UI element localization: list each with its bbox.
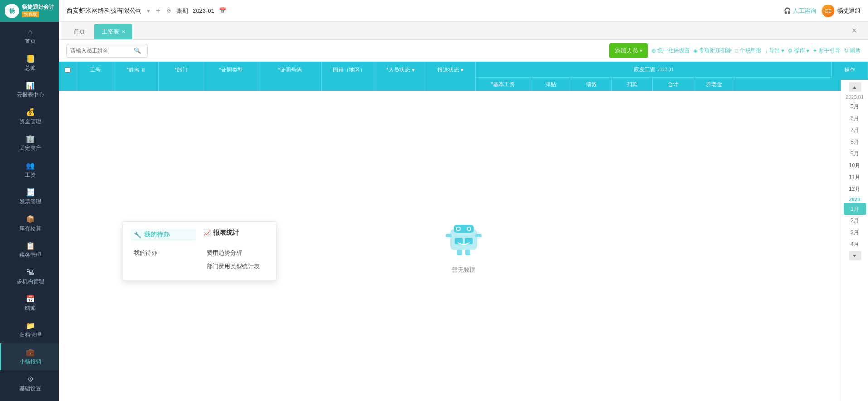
month-item-5[interactable]: 5月 bbox=[844, 101, 866, 112]
sidebar-item-xiaochang[interactable]: 💼 小畅报销 bbox=[0, 343, 59, 370]
sidebar-item-ledger[interactable]: 📒 总账 bbox=[0, 50, 59, 77]
popup-menu: 🔧 我的待办 我的待办 📈 报表统计 费用趋势分析 bbox=[122, 221, 276, 281]
table-header-row1: 工号 *姓名 ⇅ *部门 *证照类型 *证照号码 bbox=[59, 62, 868, 78]
search-box: 🔍 bbox=[66, 44, 148, 58]
th2-country bbox=[322, 78, 376, 91]
month-item-12[interactable]: 12月 bbox=[844, 183, 866, 195]
main-area: 西安虾米网络科技有限公司 ▾ ＋ ⚙ 账期 2023-01 📅 🎧 人工咨询 C… bbox=[59, 0, 868, 401]
multi-icon: 🏗 bbox=[27, 268, 34, 276]
todo-icon: 🔧 bbox=[134, 231, 141, 238]
topbar-right: 🎧 人工咨询 CE 畅捷通组 bbox=[784, 5, 861, 17]
th2-pension: 养老金 bbox=[693, 78, 734, 91]
tax-report-icon: □ bbox=[735, 48, 738, 54]
sidebar-item-settings[interactable]: ⚙ 基础设置 bbox=[0, 370, 59, 397]
sidebar-item-multi[interactable]: 🏗 多机构管理 bbox=[0, 264, 59, 290]
report-stat-icon: 📈 bbox=[203, 229, 211, 237]
popup-item-dept-expense[interactable]: 部门费用类型统计表 bbox=[203, 260, 269, 273]
social-insurance-button[interactable]: ⊕ 统一社保设置 bbox=[651, 47, 690, 54]
company-name: 西安虾米网络科技有限公司 bbox=[66, 7, 142, 15]
export-button[interactable]: ↓ 导出 ▾ bbox=[765, 47, 784, 54]
th2-performance: 绩效 bbox=[571, 78, 612, 91]
sidebar-item-tax[interactable]: 📋 税务管理 bbox=[0, 237, 59, 264]
sidebar: 畅 畅捷通好会计 旗舰版 ⌂ 首页 📒 总账 📊 云报表中心 💰 资金管理 🏢 … bbox=[0, 0, 59, 401]
month-item-2[interactable]: 2月 bbox=[844, 215, 866, 227]
month-nav-up[interactable]: ▲ bbox=[849, 82, 861, 92]
sidebar-item-salary[interactable]: 👥 工资 bbox=[0, 157, 59, 184]
th2-total: 合计 bbox=[653, 78, 693, 91]
year-label-2023: 2023 bbox=[849, 197, 860, 202]
th-id-no: *证照号码 bbox=[258, 62, 322, 78]
svg-rect-10 bbox=[457, 250, 462, 255]
th2-basic: *基本工资 bbox=[476, 78, 530, 91]
xiaochang-icon: 💼 bbox=[26, 348, 35, 357]
th2-bonus: 津贴 bbox=[530, 78, 571, 91]
content-toolbar: 🔍 添加人员 ▾ ⊕ 统一社保设置 ◈ 专项附加扣除 □ 个税申报 bbox=[59, 40, 868, 62]
select-all-checkbox[interactable] bbox=[65, 67, 71, 73]
topbar-settings-icon[interactable]: ⚙ bbox=[166, 7, 172, 14]
month-item-7[interactable]: 7月 bbox=[844, 124, 866, 136]
sidebar-item-invoice[interactable]: 🧾 发票管理 bbox=[0, 184, 59, 210]
toolbar-actions: 添加人员 ▾ ⊕ 统一社保设置 ◈ 专项附加扣除 □ 个税申报 ↓ 导出 bbox=[609, 43, 861, 58]
tab-close-icon[interactable]: × bbox=[122, 29, 125, 35]
special-deduction-button[interactable]: ◈ 专项附加扣除 bbox=[693, 47, 732, 54]
sort-name-icon[interactable]: ⇅ bbox=[141, 68, 145, 72]
month-item-1[interactable]: 1月 bbox=[844, 203, 866, 215]
company-dropdown-icon[interactable]: ▾ bbox=[147, 7, 150, 14]
sidebar-item-assets[interactable]: 🏢 固定资产 bbox=[0, 130, 59, 157]
popup-item-expense-trend[interactable]: 费用趋势分析 bbox=[203, 246, 269, 260]
guide-star-icon: ✦ bbox=[813, 48, 817, 54]
tab-home[interactable]: 首页 bbox=[66, 24, 92, 39]
sidebar-item-archive[interactable]: 📁 归档管理 bbox=[0, 317, 59, 343]
refresh-icon: ↻ bbox=[844, 48, 849, 54]
topbar-add-icon[interactable]: ＋ bbox=[155, 6, 162, 15]
sidebar-item-inventory[interactable]: 📦 库存核算 bbox=[0, 210, 59, 237]
filter-report-icon[interactable]: ▼ bbox=[460, 68, 465, 72]
sidebar-item-report[interactable]: 📊 云报表中心 bbox=[0, 77, 59, 103]
year-label-top: 2023.01 bbox=[846, 94, 864, 100]
month-item-9[interactable]: 9月 bbox=[844, 148, 866, 159]
home-icon: ⌂ bbox=[28, 28, 33, 36]
svg-rect-8 bbox=[446, 234, 452, 237]
guide-button[interactable]: ✦ 新手引导 bbox=[813, 47, 840, 54]
window-close-button[interactable]: ✕ bbox=[848, 21, 861, 39]
operations-button[interactable]: ⚙ 操作 ▾ bbox=[788, 47, 809, 54]
th-checkbox[interactable] bbox=[59, 62, 77, 78]
tax-report-button[interactable]: □ 个税申报 bbox=[735, 47, 761, 54]
filter-status-icon[interactable]: ▼ bbox=[411, 68, 416, 72]
th2-deduction: 扣款 bbox=[612, 78, 653, 91]
dropdown-arrow-icon: ▾ bbox=[640, 48, 642, 53]
popup-col-reports: 📈 报表统计 费用趋势分析 部门费用类型统计表 bbox=[203, 229, 269, 273]
calendar-icon[interactable]: 📅 bbox=[219, 7, 226, 14]
user-profile[interactable]: CE 畅捷通组 bbox=[822, 5, 861, 17]
month-item-3[interactable]: 3月 bbox=[844, 227, 866, 238]
month-panel: ▲ 2023.01 5月 6月 7月 8月 9月 10月 11月 12月 202… bbox=[841, 80, 868, 401]
month-item-10[interactable]: 10月 bbox=[844, 159, 866, 171]
close-period-icon: 📅 bbox=[26, 295, 35, 303]
sidebar-item-home[interactable]: ⌂ 首页 bbox=[0, 24, 59, 50]
archive-icon: 📁 bbox=[26, 321, 35, 330]
invoice-icon: 🧾 bbox=[26, 188, 35, 197]
month-item-6[interactable]: 6月 bbox=[844, 112, 866, 124]
service-button[interactable]: 🎧 人工咨询 bbox=[784, 7, 816, 15]
month-item-8[interactable]: 8月 bbox=[844, 136, 866, 148]
search-input[interactable] bbox=[70, 48, 134, 54]
salary-icon: 👥 bbox=[26, 161, 35, 170]
month-item-4[interactable]: 4月 bbox=[844, 238, 866, 250]
th2-no bbox=[77, 78, 113, 91]
add-person-button[interactable]: 添加人员 ▾ bbox=[609, 43, 648, 58]
th2-checkbox bbox=[59, 78, 77, 91]
refresh-button[interactable]: ↻ 刷新 bbox=[844, 47, 861, 54]
sidebar-item-close[interactable]: 📅 结账 bbox=[0, 290, 59, 317]
export-icon: ↓ bbox=[765, 48, 768, 54]
tab-salary[interactable]: 工资表 × bbox=[94, 24, 132, 39]
month-nav-down[interactable]: ▼ bbox=[849, 251, 861, 260]
sidebar-item-guide[interactable]: ▶ 新手引导 bbox=[0, 397, 59, 401]
svg-point-5 bbox=[468, 227, 470, 230]
th-country: 国籍（地区） bbox=[322, 62, 376, 78]
th2-idno bbox=[258, 78, 322, 91]
month-item-11[interactable]: 11月 bbox=[844, 171, 866, 183]
th-dept: *部门 bbox=[159, 62, 204, 78]
popup-item-my-todo[interactable]: 我的待办 bbox=[130, 246, 196, 260]
sidebar-item-finance[interactable]: 💰 资金管理 bbox=[0, 103, 59, 130]
user-name: 畅捷通组 bbox=[837, 7, 861, 15]
